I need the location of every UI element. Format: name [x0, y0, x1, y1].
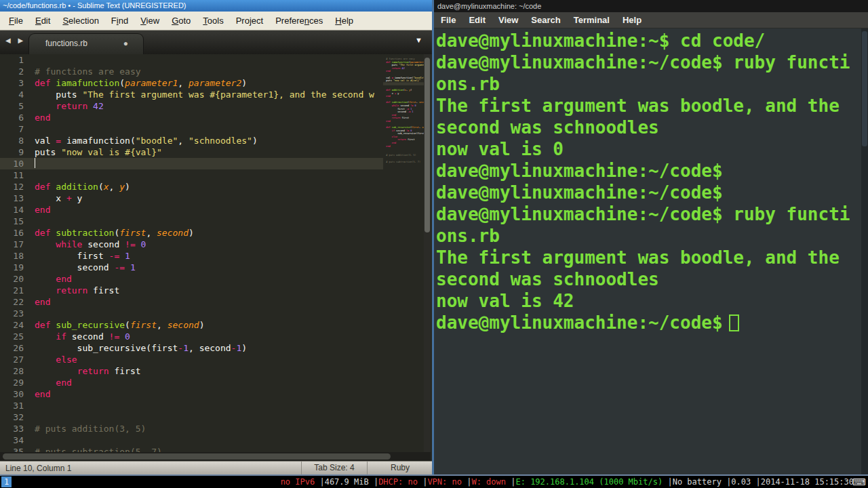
- line-number: 29: [0, 377, 24, 388]
- sublime-title: ~/code/functions.rb • - Sublime Text (UN…: [3, 1, 186, 9]
- code-line[interactable]: 28 return first: [0, 365, 424, 377]
- terminal-line: dave@mylinuxmachine:~/code$ ruby functi: [436, 203, 860, 225]
- code-line[interactable]: 19 second -= 1: [0, 262, 424, 273]
- code-line[interactable]: 13 x + y: [0, 192, 424, 204]
- tab-size-selector[interactable]: Tab Size: 4: [301, 462, 367, 474]
- tab-overflow-icon[interactable]: ▼: [415, 36, 422, 44]
- line-number: 34: [0, 434, 24, 446]
- line-number: 6: [0, 112, 24, 123]
- editor-horizontal-scrollbar-thumb[interactable]: [3, 453, 391, 460]
- system-stats: no IPv6 |467.9 MiB |DHCP: no |VPN: no |W…: [281, 476, 854, 488]
- editor-vertical-scrollbar-thumb[interactable]: [425, 58, 430, 232]
- terminal-title: dave@mylinuxmachine: ~/code: [437, 2, 541, 10]
- code-line[interactable]: 3def iamafunction(parameter1, parameter2…: [0, 77, 424, 89]
- menu-find[interactable]: Find: [105, 14, 134, 28]
- menu-file[interactable]: File: [3, 14, 29, 28]
- terminal-menu-edit[interactable]: Edit: [469, 15, 486, 25]
- editor-vertical-scrollbar[interactable]: [424, 54, 431, 452]
- line-number: 31: [0, 400, 24, 411]
- code-line[interactable]: 8val = iamafunction("boodle", "schnoodle…: [0, 135, 424, 146]
- code-line[interactable]: 30end: [0, 388, 424, 400]
- code-line[interactable]: 5 return 42: [0, 100, 424, 112]
- menu-selection[interactable]: Selection: [56, 14, 104, 28]
- code-line[interactable]: 9puts "now val is #{val}": [0, 146, 424, 158]
- code-line[interactable]: 18 first -= 1: [0, 250, 424, 262]
- code-editor[interactable]: 12# functions are easy3def iamafunction(…: [0, 54, 424, 452]
- code-line[interactable]: 22end: [0, 296, 424, 308]
- code-line[interactable]: 35# puts subtraction(5, 7): [0, 446, 424, 452]
- line-number: 18: [0, 250, 24, 262]
- code-line[interactable]: 31: [0, 400, 424, 411]
- code-line[interactable]: 20 end: [0, 273, 424, 285]
- code-line[interactable]: 12def addition(x, y): [0, 181, 424, 192]
- menu-project[interactable]: Project: [230, 14, 269, 28]
- line-number: 13: [0, 192, 24, 204]
- terminal-menu-view[interactable]: View: [498, 15, 518, 25]
- line-number: 20: [0, 273, 24, 285]
- line-number: 15: [0, 216, 24, 227]
- code-line[interactable]: 16def subtraction(first, second): [0, 227, 424, 239]
- terminal-cursor: [729, 314, 739, 331]
- line-number: 24: [0, 319, 24, 331]
- line-number: 28: [0, 365, 24, 377]
- menu-goto[interactable]: Goto: [165, 14, 197, 28]
- code-line[interactable]: 15: [0, 216, 424, 227]
- line-number: 16: [0, 227, 24, 239]
- code-line[interactable]: 23: [0, 308, 424, 319]
- code-line[interactable]: 21 return first: [0, 285, 424, 296]
- code-line[interactable]: 14end: [0, 204, 424, 216]
- code-line[interactable]: 34: [0, 434, 424, 446]
- menu-view[interactable]: View: [134, 14, 165, 28]
- minimap-line: # puts subtraction(5, 7): [383, 160, 425, 163]
- code-line[interactable]: 33# puts addition(3, 5): [0, 423, 424, 434]
- cursor-position-label: Line 10, Column 1: [0, 464, 301, 473]
- code-line[interactable]: 29 end: [0, 377, 424, 388]
- workspace-indicator[interactable]: 1: [1, 476, 12, 487]
- code-line[interactable]: 4 puts "The first argument was #{paramet…: [0, 89, 424, 100]
- line-number: 5: [0, 100, 24, 112]
- terminal-menu-search[interactable]: Search: [531, 15, 560, 25]
- line-number: 12: [0, 181, 24, 192]
- sublime-titlebar[interactable]: ~/code/functions.rb • - Sublime Text (UN…: [0, 0, 433, 12]
- minimap[interactable]: # functions are easydef iamafunction(par…: [383, 54, 425, 452]
- line-number: 25: [0, 331, 24, 342]
- menu-edit[interactable]: Edit: [29, 14, 56, 28]
- terminal-scrollbar[interactable]: [861, 28, 868, 474]
- tab-scroll-arrows-icon[interactable]: ◀ ▶: [5, 37, 26, 44]
- line-number: 3: [0, 77, 24, 89]
- tab-modified-dot-icon: ●: [123, 34, 128, 54]
- code-line[interactable]: 17 while second != 0: [0, 239, 424, 250]
- menu-tools[interactable]: Tools: [197, 14, 229, 28]
- minimap-line: puts "now val is #{val}": [383, 79, 425, 83]
- tab-label: functions.rb: [45, 39, 87, 48]
- code-line[interactable]: 6end: [0, 112, 424, 123]
- terminal-screen[interactable]: dave@mylinuxmachine:~$ cd code/dave@myli…: [436, 30, 860, 474]
- code-line[interactable]: 7: [0, 123, 424, 135]
- line-number: 14: [0, 204, 24, 216]
- terminal-menu-file[interactable]: File: [441, 15, 456, 25]
- terminal-scrollbar-thumb[interactable]: [862, 31, 867, 146]
- code-line[interactable]: 27 else: [0, 354, 424, 365]
- code-line[interactable]: 24def sub_recursive(first, second): [0, 319, 424, 331]
- stat-item: VPN: no: [427, 477, 462, 487]
- code-line[interactable]: 25 if second != 0: [0, 331, 424, 342]
- stat-item: DHCP: no: [378, 477, 418, 487]
- terminal-menubar: FileEditViewSearchTerminalHelp: [434, 12, 868, 28]
- terminal-menu-terminal[interactable]: Terminal: [574, 15, 610, 25]
- code-line[interactable]: 32: [0, 411, 424, 423]
- tab-functions-rb[interactable]: functions.rb ●: [28, 33, 144, 54]
- menu-preferences[interactable]: Preferences: [269, 14, 329, 28]
- keyboard-icon: ⌨: [852, 476, 866, 488]
- terminal-titlebar[interactable]: dave@mylinuxmachine: ~/code: [434, 0, 868, 12]
- terminal-menu-help[interactable]: Help: [623, 15, 642, 25]
- syntax-selector[interactable]: Ruby: [367, 462, 433, 474]
- code-line[interactable]: 10: [0, 158, 424, 169]
- line-number: 21: [0, 285, 24, 296]
- code-line[interactable]: 26 sub_recursive(first-1, second-1): [0, 342, 424, 354]
- code-line[interactable]: 1: [0, 54, 424, 66]
- terminal-line: The first argument was boodle, and the: [436, 247, 860, 268]
- code-line[interactable]: 11: [0, 169, 424, 181]
- code-line[interactable]: 2# functions are easy: [0, 66, 424, 77]
- editor-horizontal-scrollbar[interactable]: [0, 452, 431, 461]
- menu-help[interactable]: Help: [329, 14, 359, 28]
